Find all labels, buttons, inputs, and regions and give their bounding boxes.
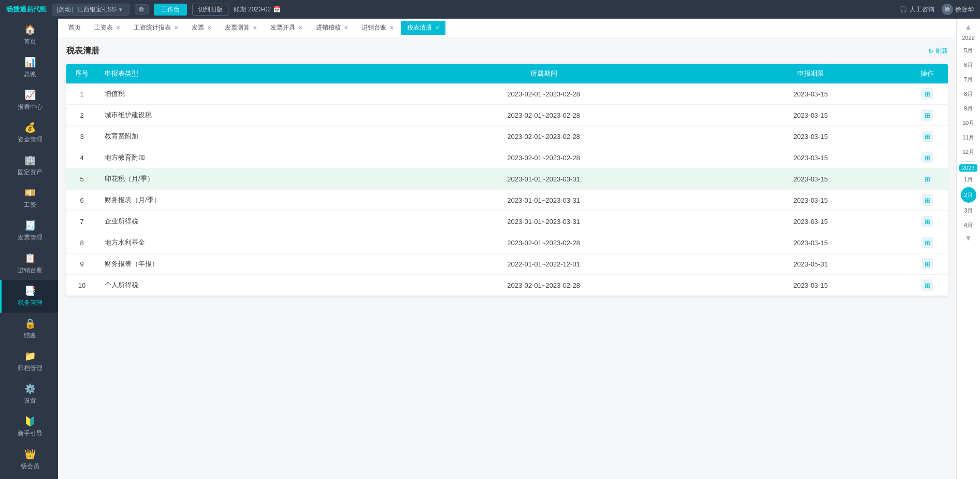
action-icon-7[interactable]: ⊞ bbox=[921, 237, 933, 248]
sidebar-item-wage[interactable]: 💴 工资 bbox=[0, 182, 58, 215]
cell-action: ⊞ bbox=[906, 232, 948, 253]
tax-icon: 📑 bbox=[24, 285, 36, 297]
action-icon-4[interactable]: ⊞ bbox=[921, 173, 933, 185]
year-2023-label[interactable]: 2023 bbox=[959, 164, 977, 172]
month-btn-2022-7月[interactable]: 7月 bbox=[959, 73, 978, 86]
cell-seq: 8 bbox=[66, 232, 97, 253]
tab-close-wage[interactable]: ✕ bbox=[116, 25, 120, 31]
sidebar-label-ledger: 总账 bbox=[24, 70, 36, 79]
tab-wage[interactable]: 工资表✕ bbox=[88, 21, 126, 35]
tab-close-invoice[interactable]: ✕ bbox=[207, 25, 211, 31]
calendar-icon[interactable]: 📅 bbox=[273, 6, 281, 13]
sidebar-item-settings[interactable]: ⚙️ 设置 bbox=[0, 378, 58, 411]
sidebar-item-report[interactable]: 📈 报表中心 bbox=[0, 84, 58, 117]
action-icon-5[interactable]: ⊞ bbox=[921, 194, 933, 206]
tab-purchase-check[interactable]: 进销稽核✕ bbox=[310, 21, 354, 35]
sidebar-item-ledger[interactable]: 📊 总账 bbox=[0, 51, 58, 84]
scroll-up-btn[interactable]: ▲ bbox=[961, 22, 976, 32]
tab-close-purchase-ledger[interactable]: ✕ bbox=[390, 25, 394, 31]
tab-invoice-calc[interactable]: 发票测算✕ bbox=[219, 21, 263, 35]
cell-type: 地方教育附加 bbox=[97, 147, 372, 168]
action-icon-8[interactable]: ⊞ bbox=[921, 258, 933, 270]
sidebar-item-fixed[interactable]: 🏢 固定资产 bbox=[0, 149, 58, 182]
sidebar-label-fixed: 固定资产 bbox=[18, 168, 42, 177]
tab-tax-list[interactable]: 税表清册✕ bbox=[401, 21, 445, 35]
sidebar-item-guide[interactable]: 🔰 新手引导 bbox=[0, 411, 58, 443]
sidebar-item-tax[interactable]: 📑 税务管理 bbox=[0, 280, 58, 313]
member-icon: 👑 bbox=[24, 448, 36, 460]
month-btn-2022-8月[interactable]: 8月 bbox=[959, 87, 978, 101]
cell-period: 2023-02-01~2023-02-28 bbox=[372, 83, 714, 105]
period-label: 账期 bbox=[234, 5, 246, 14]
sidebar-label-home: 首页 bbox=[24, 37, 36, 46]
tab-home[interactable]: 首页 bbox=[62, 21, 87, 35]
tab-close-purchase-check[interactable]: ✕ bbox=[344, 25, 348, 31]
table-row: 2 城市维护建设税 2023-02-01~2023-02-28 2023-03-… bbox=[66, 105, 948, 126]
cell-period: 2023-02-01~2023-02-28 bbox=[372, 147, 714, 168]
action-icon-9[interactable]: ⊞ bbox=[921, 279, 933, 291]
tab-close-wage-report[interactable]: ✕ bbox=[174, 25, 178, 31]
action-icon-0[interactable]: ⊞ bbox=[921, 88, 933, 100]
month-btn-2022-9月[interactable]: 9月 bbox=[959, 102, 978, 115]
sidebar-item-purchase[interactable]: 📋 进销台账 bbox=[0, 247, 58, 280]
page-title: 税表清册 bbox=[66, 46, 99, 57]
tab-close-tax-list[interactable]: ✕ bbox=[435, 25, 439, 31]
month-btn-2022-6月[interactable]: 6月 bbox=[959, 58, 978, 72]
action-icon-6[interactable]: ⊞ bbox=[921, 216, 933, 227]
switch-old-button[interactable]: 切到旧版 bbox=[192, 4, 228, 16]
month-btn-2023-3月[interactable]: 3月 bbox=[959, 204, 978, 217]
month-btn-active[interactable]: 2月 bbox=[961, 187, 976, 203]
table-row: 6 财务报表（月/季） 2023-01-01~2023-03-31 2023-0… bbox=[66, 190, 948, 211]
table-row: 10 个人所得税 2023-02-01~2023-02-28 2023-03-1… bbox=[66, 275, 948, 296]
refresh-label: 刷新 bbox=[935, 47, 948, 55]
refresh-button[interactable]: ↻ 刷新 bbox=[928, 47, 948, 55]
month-btn-2023-1月[interactable]: 1月 bbox=[959, 173, 978, 186]
cell-deadline: 2023-03-15 bbox=[715, 105, 906, 126]
tab-purchase-ledger[interactable]: 进销台账✕ bbox=[355, 21, 400, 35]
tab-close-invoice-open[interactable]: ✕ bbox=[298, 25, 302, 31]
workspace-button[interactable]: 工作台 bbox=[154, 4, 187, 16]
sidebar-item-fund[interactable]: 💰 资金管理 bbox=[0, 117, 58, 149]
sidebar: 🏠 首页 📊 总账 📈 报表中心 💰 资金管理 🏢 固定资产 💴 工资 🧾 发票… bbox=[0, 19, 58, 479]
month-btn-2022-5月[interactable]: 5月 bbox=[959, 44, 978, 57]
wage-icon: 💴 bbox=[24, 187, 36, 199]
action-icon-1[interactable]: ⊞ bbox=[921, 109, 933, 121]
user-menu[interactable]: 徐 徐淀华 bbox=[942, 4, 974, 15]
table-row: 4 地方教育附加 2023-02-01~2023-02-28 2023-03-1… bbox=[66, 147, 948, 168]
table-row: 3 教育费附加 2023-02-01~2023-02-28 2023-03-15… bbox=[66, 126, 948, 147]
tab-invoice-open[interactable]: 发票开具✕ bbox=[264, 21, 309, 35]
tab-invoice[interactable]: 发票✕ bbox=[185, 21, 218, 35]
content-area: 首页工资表✕工资统计报表✕发票✕发票测算✕发票开具✕进销稽核✕进销台账✕税表清册… bbox=[58, 19, 956, 479]
tab-wage-report[interactable]: 工资统计报表✕ bbox=[127, 21, 184, 35]
month-btn-2023-4月[interactable]: 4月 bbox=[959, 218, 978, 232]
pin-cancel-btn[interactable]: 📌 取消固定 bbox=[0, 476, 58, 479]
cell-type: 企业所得税 bbox=[97, 211, 372, 232]
sidebar-label-close: 结账 bbox=[24, 331, 36, 340]
tab-label-invoice: 发票 bbox=[192, 23, 204, 32]
sidebar-item-home[interactable]: 🏠 首页 bbox=[0, 19, 58, 51]
sidebar-item-member[interactable]: 👑 畅会员 bbox=[0, 443, 58, 476]
month-btn-2022-12月[interactable]: 12月 bbox=[959, 145, 978, 159]
sidebar-item-invoice[interactable]: 🧾 发票管理 bbox=[0, 215, 58, 247]
month-btn-2022-10月[interactable]: 10月 bbox=[959, 116, 978, 130]
month-btn-2022-11月[interactable]: 11月 bbox=[959, 131, 978, 144]
tab-close-invoice-calc[interactable]: ✕ bbox=[253, 25, 257, 31]
company-name: (勿动）江西银宝-LSS bbox=[56, 5, 116, 14]
action-icon-2[interactable]: ⊞ bbox=[921, 131, 933, 142]
action-icon-3[interactable]: ⊞ bbox=[921, 152, 933, 163]
sidebar-item-archive[interactable]: 📁 归档管理 bbox=[0, 345, 58, 378]
year-2022-label: 2022 bbox=[962, 33, 974, 43]
cell-seq: 6 bbox=[66, 190, 97, 211]
table-row: 5 印花税（月/季） 2023-01-01~2023-03-31 2023-03… bbox=[66, 168, 948, 190]
copy-icon-btn[interactable]: ⧉ bbox=[135, 4, 149, 15]
cell-type: 教育费附加 bbox=[97, 126, 372, 147]
tab-label-wage-report: 工资统计报表 bbox=[134, 23, 171, 32]
sidebar-label-wage: 工资 bbox=[24, 201, 36, 209]
cell-seq: 7 bbox=[66, 211, 97, 232]
scroll-down-btn[interactable]: ▼ bbox=[961, 233, 976, 243]
cell-deadline: 2023-03-15 bbox=[715, 190, 906, 211]
ai-consult-btn[interactable]: 🎧 人工咨询 bbox=[900, 5, 934, 14]
company-selector[interactable]: (勿动）江西银宝-LSS ▼ bbox=[52, 4, 129, 16]
sidebar-item-close[interactable]: 🔒 结账 bbox=[0, 313, 58, 345]
table-row: 9 财务报表（年报） 2022-01-01~2022-12-31 2023-05… bbox=[66, 253, 948, 275]
